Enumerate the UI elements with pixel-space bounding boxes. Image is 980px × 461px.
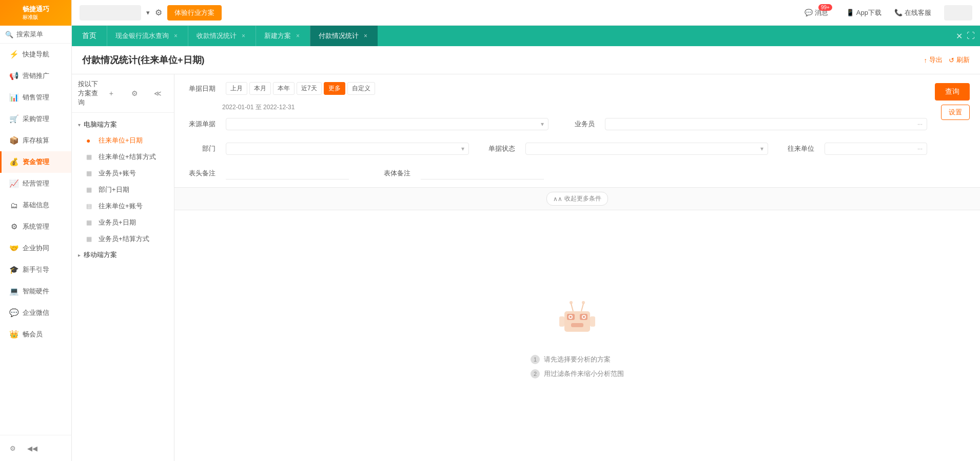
user-dropdown-chevron[interactable]: ▾ <box>146 9 150 16</box>
scheme-item-unit-date-label: 往来单位+日期 <box>99 136 143 145</box>
notification-button[interactable]: 💬 消息 99+ <box>805 8 828 17</box>
date-btn-last-7-days[interactable]: 近7天 <box>297 82 322 95</box>
collapse-scheme-panel-button[interactable]: ≪ <box>148 88 168 99</box>
scheme-item-staff-account[interactable]: ▦ 业务员+账号 <box>72 165 174 182</box>
sidebar-search[interactable]: 🔍 搜索菜单 <box>0 26 71 44</box>
tab-payment-stats-close[interactable]: × <box>362 31 369 41</box>
tab-payment-stats-label: 付款情况统计 <box>319 31 359 41</box>
enterprise-icon: 🤝 <box>9 244 18 253</box>
tab-payment-stats[interactable]: 付款情况统计 × <box>310 26 378 46</box>
tab-bank-flow-close[interactable]: × <box>172 31 180 41</box>
note-header-input[interactable] <box>226 167 349 179</box>
sidebar-item-wechat[interactable]: 💬 企业微信 <box>0 302 71 324</box>
scheme-item-staff-date[interactable]: ▦ 业务员+日期 <box>72 214 174 231</box>
partner-filter-label: 往来单位 <box>778 144 814 153</box>
sidebar-item-member[interactable]: 👑 畅会员 <box>0 324 71 345</box>
basic-info-icon: 🗂 <box>9 201 18 210</box>
tab-close-all-icon[interactable]: ✕ <box>956 31 963 41</box>
sidebar-item-marketing[interactable]: 📢 营销推广 <box>0 65 71 87</box>
tab-expand-icon[interactable]: ⛶ <box>967 31 975 41</box>
app-name: 畅捷通巧 <box>23 5 49 14</box>
tab-receipt-stats-close[interactable]: × <box>240 31 247 41</box>
user-info-area[interactable] <box>80 5 141 21</box>
scheme-item-unit-settle[interactable]: ▦ 往来单位+结算方式 <box>72 149 174 165</box>
sidebar-item-inventory[interactable]: 📦 库存核算 <box>0 130 71 151</box>
scheme-grid-icon3: ▦ <box>86 186 94 193</box>
staff-select[interactable]: ··· <box>605 118 928 130</box>
sidebar-item-label: 销售管理 <box>23 93 49 102</box>
tab-receipt-stats[interactable]: 收款情况统计 × <box>188 26 256 46</box>
date-btn-this-month[interactable]: 本月 <box>249 82 271 95</box>
settings-button[interactable]: ⚙ <box>5 440 21 456</box>
scheme-grid-icon2: ▦ <box>86 170 94 177</box>
partner-select[interactable]: ··· <box>825 143 927 155</box>
query-button[interactable]: 查询 <box>935 83 970 101</box>
settings-icon[interactable]: ⚙ <box>155 8 162 17</box>
filter-row-dept: 部门 ▾ 单据状态 ▾ 往来单位 <box>185 143 927 155</box>
source-select[interactable]: ▾ <box>226 118 548 130</box>
sidebar-item-label: 资金管理 <box>23 157 49 167</box>
sidebar-item-purchase[interactable]: 🛒 采购管理 <box>0 108 71 130</box>
scheme-item-dept-date[interactable]: ▦ 部门+日期 <box>72 182 174 198</box>
scheme-item-unit-account-label: 往来单位+账号 <box>99 202 143 211</box>
empty-state: 1 请先选择要分析的方案 2 用过滤条件来缩小分析范围 <box>174 210 980 461</box>
sidebar-item-label: 智能硬件 <box>23 287 49 296</box>
empty-tip-2-text: 用过滤条件来缩小分析范围 <box>544 369 624 378</box>
scheme-list: ▾ 电脑端方案 ● 往来单位+日期 ▦ 往来单位+结算方式 ▦ <box>72 113 174 461</box>
collapse-sidebar-button[interactable]: ◀◀ <box>25 440 40 456</box>
marketing-icon: 📢 <box>9 71 18 81</box>
sidebar-item-guide[interactable]: 🎓 新手引导 <box>0 259 71 280</box>
sidebar-item-quick-nav[interactable]: ⚡ 快捷导航 <box>0 44 71 65</box>
sidebar-nav: ⚡ 快捷导航 📢 营销推广 📊 销售管理 🛒 采购管理 📦 库存核算 💰 资金管… <box>0 44 71 435</box>
scheme-group-desktop-title[interactable]: ▾ 电脑端方案 <box>72 117 174 132</box>
empty-tip-2: 2 用过滤条件来缩小分析范围 <box>531 369 624 378</box>
source-filter-label: 来源单据 <box>185 119 215 129</box>
dept-filter-label: 部门 <box>185 144 215 153</box>
date-btn-this-year[interactable]: 本年 <box>273 82 295 95</box>
online-service-label: 在线客服 <box>905 8 931 17</box>
scheme-item-unit-date[interactable]: ● 往来单位+日期 <box>72 132 174 149</box>
tab-home[interactable]: 首页 <box>72 26 107 46</box>
sidebar-item-basic-info[interactable]: 🗂 基础信息 <box>0 194 71 216</box>
date-btn-last-month[interactable]: 上月 <box>226 82 247 95</box>
note-header-label: 表头备注 <box>185 169 215 178</box>
collapse-conditions-button[interactable]: ∧∧ 收起更多条件 <box>546 192 608 206</box>
date-btn-more[interactable]: 更多 <box>324 82 345 95</box>
export-button[interactable]: ↑ 导出 <box>924 55 943 65</box>
purchase-icon: 🛒 <box>9 114 18 124</box>
scheme-item-unit-account[interactable]: ▤ 往来单位+账号 <box>72 198 174 214</box>
add-scheme-button[interactable]: + <box>101 88 121 99</box>
note-body-input[interactable] <box>421 167 544 179</box>
sidebar-item-hardware[interactable]: 💻 智能硬件 <box>0 280 71 302</box>
receipt-status-select[interactable]: ▾ <box>525 143 769 155</box>
tab-bank-flow[interactable]: 现金银行流水查询 × <box>107 26 188 46</box>
scheme-item-staff-settle[interactable]: ▦ 业务员+结算方式 <box>72 231 174 247</box>
source-chevron-down-icon: ▾ <box>541 121 544 128</box>
online-service-button[interactable]: 📞 在线客服 <box>894 8 931 17</box>
app-download-button[interactable]: 📱 App下载 <box>846 8 881 17</box>
sidebar-item-operation[interactable]: 📈 经营管理 <box>0 173 71 194</box>
filter-row-date: 单据日期 上月 本月 本年 近7天 更多 自定义 <box>185 82 927 95</box>
dept-select[interactable]: ▾ <box>226 143 469 155</box>
refresh-button[interactable]: ↺ 刷新 <box>949 55 970 65</box>
svg-rect-4 <box>559 316 564 327</box>
experience-industry-button[interactable]: 体验行业方案 <box>167 5 222 21</box>
content-with-sidebar: 按以下方案查询 + ⚙ ≪ ▾ 电脑端方案 ● 往来单位+日期 <box>72 74 980 461</box>
sidebar-item-sales[interactable]: 📊 销售管理 <box>0 87 71 108</box>
user-avatar[interactable] <box>944 5 972 21</box>
refresh-label: 刷新 <box>956 55 970 65</box>
sidebar-item-enterprise[interactable]: 🤝 企业协同 <box>0 237 71 259</box>
sidebar-item-label: 企业微信 <box>23 308 49 317</box>
sidebar-item-finance[interactable]: 💰 资金管理 <box>0 151 71 173</box>
page-title-actions: ↑ 导出 ↺ 刷新 <box>924 55 970 65</box>
tab-new-scheme-close[interactable]: × <box>294 31 302 41</box>
date-btn-custom[interactable]: 自定义 <box>347 82 375 95</box>
manage-scheme-button[interactable]: ⚙ <box>125 88 145 99</box>
scheme-group-mobile-title[interactable]: ▸ 移动端方案 <box>72 247 174 263</box>
set-button[interactable]: 设置 <box>941 105 970 120</box>
tab-new-scheme[interactable]: 新建方案 × <box>256 26 310 46</box>
scheme-panel: 按以下方案查询 + ⚙ ≪ ▾ 电脑端方案 ● 往来单位+日期 <box>72 74 174 461</box>
sidebar-item-system[interactable]: ⚙ 系统管理 <box>0 216 71 237</box>
scheme-item-staff-account-label: 业务员+账号 <box>99 169 136 178</box>
scheme-grid-icon5: ▦ <box>86 235 94 243</box>
